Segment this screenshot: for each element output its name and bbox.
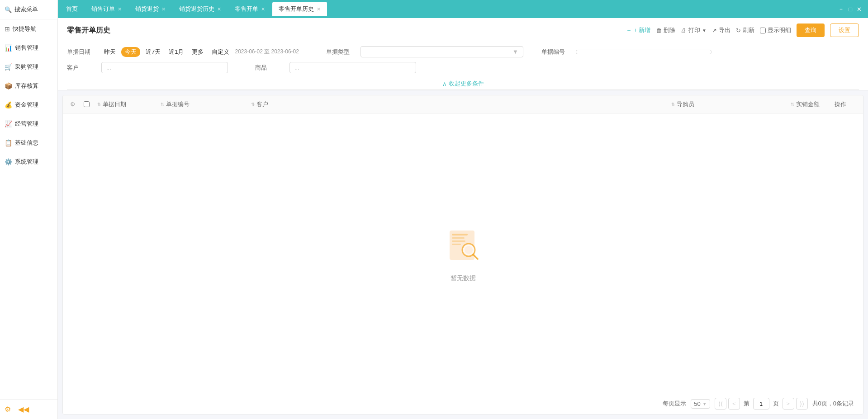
tab-home-label: 首页 <box>66 5 78 13</box>
add-button[interactable]: ＋ + 新增 <box>626 26 650 34</box>
page-number-input[interactable] <box>753 398 769 410</box>
delete-icon: 🗑 <box>656 27 662 34</box>
page-title-row: 零售开单历史 ＋ + 新增 🗑 删除 🖨 打印 ▼ <box>67 24 859 41</box>
export-button[interactable]: ↗ 导出 <box>712 26 730 34</box>
order-no-input[interactable] <box>576 50 711 54</box>
tab-retail-open-history-label: 零售开单历史 <box>279 5 314 13</box>
collapse-filter-btn[interactable]: ∧ 收起更多条件 <box>67 78 859 89</box>
window-close-btn[interactable]: ✕ <box>857 6 862 13</box>
setting-button[interactable]: 设置 <box>830 24 859 37</box>
inventory-icon: 📦 <box>5 82 12 89</box>
window-maximize-btn[interactable]: □ <box>849 6 852 13</box>
th-action-label: 操作 <box>835 100 846 108</box>
order-type-label: 单据类型 <box>326 48 351 56</box>
display-toggle[interactable]: 显示明细 <box>760 26 791 34</box>
sidebar-item-operations[interactable]: 📈 经营管理 <box>0 114 57 133</box>
sort-asc-icon5[interactable]: ⇅ <box>791 102 794 107</box>
operations-icon: 📈 <box>5 120 12 127</box>
date-custom[interactable]: 自定义 <box>209 47 232 57</box>
window-minimize-btn[interactable]: － <box>838 5 844 13</box>
page-last-btn[interactable]: ⟩⟩ <box>796 398 808 410</box>
query-button[interactable]: 查询 <box>797 24 825 37</box>
tab-bar: 首页 销售订单 ✕ 销货退货 ✕ 销货退货历史 ✕ 零售开单 ✕ 零售开单历史 … <box>58 0 868 18</box>
date-label: 单据日期 <box>67 48 92 56</box>
date-yesterday[interactable]: 昨天 <box>101 47 119 57</box>
table-container: ⚙ ⇅ 单据日期 ⇅ 单据编号 ⇅ 客户 ⇅ <box>62 95 863 414</box>
settings-col-icon[interactable]: ⚙ <box>70 101 76 108</box>
sidebar-item-label: 销售管理 <box>15 44 38 52</box>
sidebar-item-quick-nav[interactable]: ⊞ 快捷导航 <box>0 19 57 38</box>
customer-input[interactable]: ... <box>101 62 228 73</box>
sort-asc-icon[interactable]: ⇅ <box>97 102 101 107</box>
page-label-prefix: 第 <box>742 400 751 408</box>
sidebar-item-purchase-mgmt[interactable]: 🛒 采购管理 <box>0 57 57 76</box>
goods-label: 商品 <box>255 64 280 72</box>
collapse-label: 收起更多条件 <box>449 80 484 88</box>
export-icon: ↗ <box>712 27 717 34</box>
settings-icon[interactable]: ⚙ <box>5 405 11 414</box>
tab-retail-open-close[interactable]: ✕ <box>261 6 265 12</box>
tab-sales-return-history[interactable]: 销货退货历史 ✕ <box>173 2 228 16</box>
date-7days[interactable]: 近7天 <box>143 47 163 57</box>
select-all-checkbox[interactable] <box>84 101 90 107</box>
date-today[interactable]: 今天 <box>121 47 140 57</box>
order-type-chevron: ▼ <box>512 48 518 55</box>
tab-sales-order-close[interactable]: ✕ <box>118 6 122 12</box>
delete-button[interactable]: 🗑 删除 <box>656 26 675 34</box>
svg-point-6 <box>465 246 473 254</box>
page-prev-btn[interactable]: ＜ <box>728 398 740 410</box>
tab-retail-open-label: 零售开单 <box>235 5 258 13</box>
sort-asc-icon3[interactable]: ⇅ <box>251 102 255 107</box>
page-next-btn[interactable]: ＞ <box>783 398 794 410</box>
th-amount-label: 实销金额 <box>796 100 820 108</box>
tab-sales-order[interactable]: 销售订单 ✕ <box>85 2 128 16</box>
print-button[interactable]: 🖨 打印 ▼ <box>681 26 707 34</box>
th-action: 操作 <box>822 97 859 112</box>
th-amount: ⇅ 实销金额 <box>732 97 822 112</box>
sidebar-item-inventory[interactable]: 📦 库存核算 <box>0 76 57 95</box>
display-checkbox[interactable] <box>760 28 766 33</box>
per-page-label: 每页显示 <box>663 400 686 408</box>
sidebar-search[interactable]: 🔍 搜索采单 <box>0 0 57 19</box>
collapse-chevron-icon: ∧ <box>442 80 447 87</box>
tab-home[interactable]: 首页 <box>60 2 84 16</box>
sidebar-item-sales-mgmt[interactable]: 📊 销售管理 <box>0 38 57 57</box>
sidebar-bottom: ⚙ ◀◀ <box>0 399 57 419</box>
sort-asc-icon2[interactable]: ⇅ <box>161 102 164 107</box>
th-date-label: 单据日期 <box>103 100 126 108</box>
sidebar-search-label: 搜索采单 <box>14 5 38 14</box>
tab-retail-open-history-close[interactable]: ✕ <box>317 6 321 12</box>
pagination: 每页显示 50 ▼ ⟨⟨ ＜ 第 页 ＞ ⟩⟩ 共0页，0条记录 <box>63 393 863 414</box>
sidebar-item-finance[interactable]: 💰 资金管理 <box>0 95 57 114</box>
collapse-sidebar-icon[interactable]: ◀◀ <box>18 405 29 414</box>
th-customer-label: 客户 <box>256 100 268 108</box>
total-info: 共0页，0条记录 <box>812 400 854 408</box>
tab-retail-open[interactable]: 零售开单 ✕ <box>228 2 271 16</box>
per-page-select[interactable]: 50 ▼ <box>691 399 710 409</box>
date-1month[interactable]: 近1月 <box>166 47 186 57</box>
sidebar-item-basic-info[interactable]: 📋 基础信息 <box>0 133 57 152</box>
order-no-label: 单据编号 <box>541 48 567 56</box>
th-order-no-label: 单据编号 <box>166 100 190 108</box>
sidebar-item-label: 基础信息 <box>15 139 38 147</box>
date-more[interactable]: 更多 <box>189 47 206 57</box>
svg-rect-1 <box>452 234 468 235</box>
page-first-btn[interactable]: ⟨⟨ <box>715 398 726 410</box>
tab-sales-return-history-close[interactable]: ✕ <box>217 6 221 12</box>
tab-sales-return-close[interactable]: ✕ <box>161 6 166 12</box>
sort-asc-icon4[interactable]: ⇅ <box>671 102 675 107</box>
page-label-suffix: 页 <box>771 400 781 408</box>
display-label: 显示明细 <box>768 26 791 34</box>
sidebar-item-system-mgmt[interactable]: ⚙️ 系统管理 <box>0 152 57 171</box>
goods-input[interactable]: ... <box>289 62 416 73</box>
sidebar-item-label: 系统管理 <box>15 158 38 166</box>
tab-sales-return[interactable]: 销货退货 ✕ <box>129 2 172 16</box>
table-body-empty: 暂无数据 <box>63 113 863 393</box>
refresh-button[interactable]: ↻ 刷新 <box>736 26 754 34</box>
sales-mgmt-icon: 📊 <box>5 44 12 52</box>
tab-bar-right: － □ ✕ <box>838 5 866 13</box>
tab-retail-open-history[interactable]: 零售开单历史 ✕ <box>272 2 327 16</box>
print-label: 打印 <box>688 26 700 34</box>
toolbar: ＋ + 新增 🗑 删除 🖨 打印 ▼ ↗ 导出 <box>626 24 859 37</box>
order-type-select[interactable]: ▼ <box>360 46 523 57</box>
